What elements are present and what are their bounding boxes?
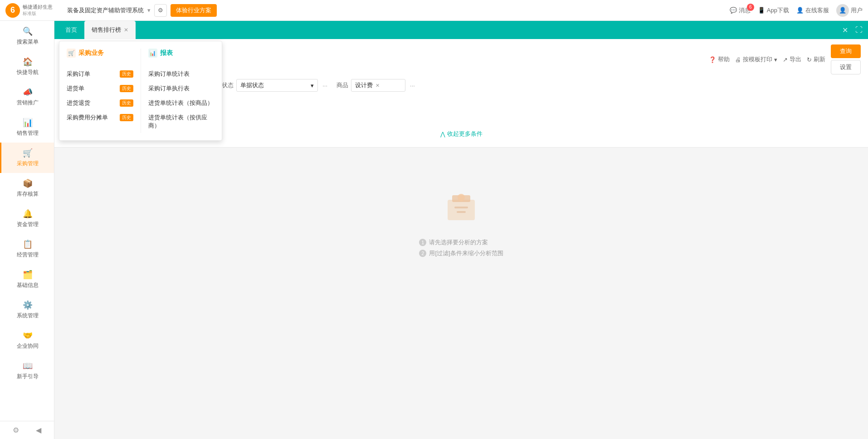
home-icon: 🏠 <box>23 57 33 67</box>
purchase-order-stat-label: 采购订单统计表 <box>148 70 190 78</box>
tab-home-label: 首页 <box>65 26 77 34</box>
goods-receipt-history: 历史 <box>120 85 133 92</box>
sidebar-label-purchase: 采购管理 <box>17 160 39 168</box>
sidebar-label-search: 搜索菜单 <box>17 38 39 46</box>
user-item[interactable]: 👤 用户 <box>836 4 863 17</box>
export-label: 导出 <box>790 55 801 64</box>
purchase-header-icon: 🛒 <box>67 49 76 58</box>
svg-rect-4 <box>457 211 466 213</box>
logo-icon: 6 <box>5 3 20 18</box>
settings-button[interactable]: 设置 <box>831 60 861 74</box>
export-btn[interactable]: ↗ 导出 <box>783 55 801 64</box>
industry-btn[interactable]: 体验行业方案 <box>171 4 217 17</box>
sidebar-item-search[interactable]: 🔍 搜索菜单 <box>0 21 54 51</box>
system-dropdown-arrow[interactable]: ▾ <box>147 7 151 14</box>
sidebar-label-guide: 新手引导 <box>17 373 39 380</box>
purchase-col-header: 🛒 采购业务 <box>67 49 133 61</box>
tab-bar-expand-btn[interactable]: ⛶ <box>853 26 864 34</box>
dropdown-purchase-order-exec[interactable]: 采购订单执行表 <box>148 81 215 96</box>
search-icon: 🔍 <box>23 26 33 36</box>
status-placeholder: 单据状态 <box>240 81 264 89</box>
sidebar-item-basic[interactable]: 🗂️ 基础信息 <box>0 264 54 295</box>
sidebar: 🔍 搜索菜单 🏠 快捷导航 📣 营销推广 📊 销售管理 🛒 采购管理 📦 库存核… <box>0 21 54 439</box>
app-download-item[interactable]: 📱 App下载 <box>758 6 789 15</box>
sidebar-settings-icon[interactable]: ⚙ <box>13 426 19 434</box>
goods-stat-supplier-label: 进货单统计表（按供应商） <box>148 113 215 130</box>
empty-state: 1 请先选择要分析的方案 2 用[过滤]条件来缩小分析范围 <box>54 148 868 294</box>
goods-receipt-label: 进货单 <box>67 84 84 93</box>
status-select[interactable]: 单据状态 ▾ <box>236 79 318 92</box>
guide-icon: 📖 <box>23 361 33 371</box>
tab-close-icon[interactable]: ✕ <box>124 27 128 33</box>
service-icon: 👤 <box>796 7 804 14</box>
status-dots[interactable]: ··· <box>321 82 329 89</box>
tip-text-1: 请先选择要分析的方案 <box>429 238 488 247</box>
dropdown-goods-return[interactable]: 进货退货 历史 <box>67 96 133 110</box>
sidebar-label-system: 系统管理 <box>17 312 39 320</box>
tab-home[interactable]: 首页 <box>58 21 84 39</box>
sidebar-item-capital[interactable]: 🔔 资金管理 <box>0 203 54 234</box>
dropdown-goods-stat-goods[interactable]: 进货单统计表（按商品） <box>148 96 215 110</box>
capital-icon: 🔔 <box>23 209 33 219</box>
print-btn[interactable]: 🖨 按模板打印 ▾ <box>735 55 777 64</box>
sidebar-collapse-icon[interactable]: ◀ <box>36 426 41 434</box>
purchase-cost-label: 采购费用分摊单 <box>67 113 108 122</box>
inventory-icon: 📦 <box>23 178 33 188</box>
empty-tip-2: 2 用[过滤]条件来缩小分析范围 <box>419 249 503 257</box>
refresh-btn[interactable]: ↻ 刷新 <box>807 55 825 64</box>
dropdown-purchase-cost[interactable]: 采购费用分摊单 历史 <box>67 110 133 125</box>
goods-return-label: 进货退货 <box>67 99 90 107</box>
dropdown-purchase-order[interactable]: 采购订单 历史 <box>67 67 133 81</box>
sidebar-item-enterprise[interactable]: 🤝 企业协同 <box>0 325 54 355</box>
goods-tag-close[interactable]: ✕ <box>375 83 380 89</box>
collapse-text: 收起更多条件 <box>447 130 483 138</box>
sidebar-item-sales[interactable]: 📊 销售管理 <box>0 112 54 143</box>
export-icon: ↗ <box>783 56 788 63</box>
svg-rect-3 <box>454 207 468 208</box>
header-middle: 装备及固定资产辅助管理系统 ▾ ⚙ 体验行业方案 <box>60 4 730 17</box>
sidebar-item-operations[interactable]: 📋 经营管理 <box>0 234 54 264</box>
sidebar-item-quick-nav[interactable]: 🏠 快捷导航 <box>0 51 54 82</box>
notification-item[interactable]: 💬 消息 6 <box>730 6 751 15</box>
goods-label: 商品 <box>336 81 348 89</box>
svg-point-2 <box>458 194 465 201</box>
tab-sales-rank[interactable]: 销售排行榜 ✕ <box>84 21 136 39</box>
sidebar-item-guide[interactable]: 📖 新手引导 <box>0 355 54 386</box>
online-service-label: 在线客服 <box>805 6 829 15</box>
sidebar-item-marketing[interactable]: 📣 营销推广 <box>0 82 54 112</box>
collapse-arrow: ⋀ <box>440 131 445 138</box>
report-col-header: 📊 报表 <box>148 49 215 61</box>
sidebar-item-purchase[interactable]: 🛒 采购管理 <box>0 143 54 173</box>
purchase-dropdown-menu: 🛒 采购业务 采购订单 历史 进货单 历史 进货退货 历史 采购费用分摊单 历史 <box>59 41 222 141</box>
dropdown-goods-stat-supplier[interactable]: 进货单统计表（按供应商） <box>148 110 215 133</box>
refresh-icon: ↻ <box>807 56 812 63</box>
purchase-order-exec-label: 采购订单执行表 <box>148 84 190 93</box>
header-settings-icon[interactable]: ⚙ <box>154 4 167 17</box>
notification-badge: 6 <box>747 4 754 11</box>
system-title: 装备及固定资产辅助管理系统 <box>67 6 144 15</box>
goods-dots[interactable]: ··· <box>408 82 417 89</box>
tab-bar-close-btn[interactable]: ✕ <box>840 26 850 35</box>
tip-num-2: 2 <box>419 250 426 257</box>
print-arrow: ▾ <box>774 56 777 63</box>
dropdown-cols: 🛒 采购业务 采购订单 历史 进货单 历史 进货退货 历史 采购费用分摊单 历史 <box>67 49 215 133</box>
marketing-icon: 📣 <box>23 87 33 97</box>
goods-select[interactable]: 设计费 ✕ <box>351 79 405 92</box>
report-header-icon: 📊 <box>148 49 157 58</box>
query-button[interactable]: 查询 <box>831 44 861 58</box>
online-service-item[interactable]: 👤 在线客服 <box>796 6 829 15</box>
logo-area: 6 畅捷通好生意 标准版 <box>5 3 60 18</box>
operations-icon: 📋 <box>23 239 33 249</box>
sidebar-item-inventory[interactable]: 📦 库存核算 <box>0 173 54 203</box>
header-right: 💬 消息 6 📱 App下载 👤 在线客服 👤 用户 <box>730 4 863 17</box>
print-label: 按模板打印 <box>743 55 772 64</box>
tab-sales-rank-label: 销售排行榜 <box>92 26 121 34</box>
dropdown-goods-receipt[interactable]: 进货单 历史 <box>67 81 133 96</box>
help-btn[interactable]: ❓ 帮助 <box>709 55 730 64</box>
dropdown-purchase-order-stat[interactable]: 采购订单统计表 <box>148 67 215 81</box>
sidebar-item-system[interactable]: ⚙️ 系统管理 <box>0 295 54 325</box>
sidebar-label-inventory: 库存核算 <box>17 190 39 198</box>
empty-illustration <box>439 184 484 229</box>
empty-tip-1: 1 请先选择要分析的方案 <box>419 238 503 247</box>
dropdown-divider <box>141 49 141 133</box>
